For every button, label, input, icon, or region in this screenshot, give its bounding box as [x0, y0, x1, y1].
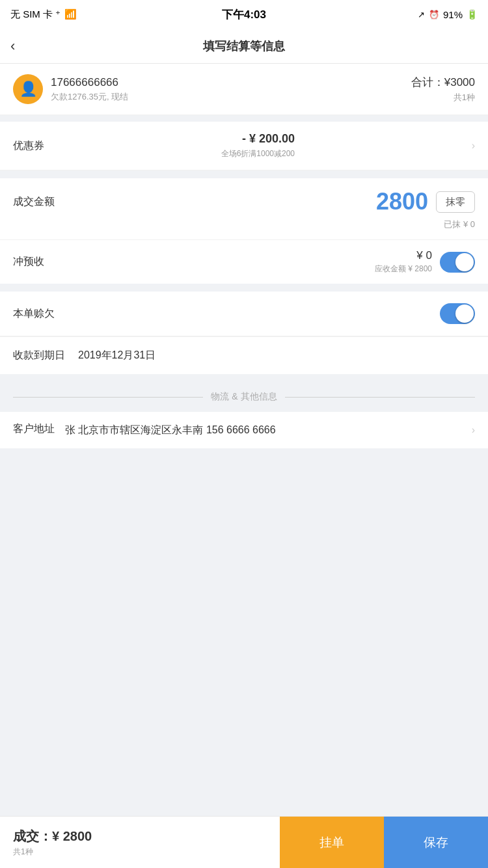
address-row[interactable]: 客户地址 张 北京市市辖区海淀区永丰南 156 6666 6666 ›	[0, 412, 488, 448]
customer-phone: 17666666666	[51, 76, 128, 89]
debt-toggle[interactable]	[440, 303, 475, 324]
coupon-chevron-icon: ›	[472, 140, 475, 152]
debt-toggle-knob	[455, 305, 474, 323]
battery-label: 91%	[443, 9, 463, 20]
prepaid-label: 冲预收	[13, 255, 44, 269]
bottom-count: 共1种	[13, 847, 267, 858]
status-right: ↗ ⏰ 91% 🔋	[418, 9, 478, 20]
status-left: 无 SIM 卡 ⁺ 📶	[10, 8, 77, 21]
bottom-deal-label: 成交：	[13, 829, 52, 843]
wifi-icon: 📶	[64, 8, 77, 20]
bottom-gray-space	[0, 448, 488, 526]
prepaid-amount: ¥ 0	[375, 249, 432, 262]
prepaid-toggle-knob	[455, 253, 474, 271]
deal-section: 成交金额 2800 抹零 已抹 ¥ 0 冲预收 ¥ 0 应收金额 ¥ 2800	[0, 178, 488, 284]
separator-3	[0, 374, 488, 382]
deal-amount-right: 2800 抹零	[376, 190, 475, 213]
customer-card: 👤 17666666666 欠款1276.35元, 现结 合计：¥3000 共1…	[0, 64, 488, 115]
logistics-line-left	[13, 397, 203, 398]
avatar: 👤	[13, 74, 43, 104]
time-display: 下午4:03	[222, 7, 266, 22]
date-row: 收款到期日 2019年12月31日	[0, 336, 488, 374]
logistics-line-right	[285, 397, 475, 398]
separator-2	[0, 284, 488, 292]
prepaid-row: 冲预收 ¥ 0 应收金额 ¥ 2800	[0, 239, 488, 284]
main-content: 👤 17666666666 欠款1276.35元, 现结 合计：¥3000 共1…	[0, 64, 488, 578]
address-chevron-icon: ›	[472, 424, 475, 436]
coupon-row[interactable]: 优惠券 - ¥ 200.00 全场6折满1000减200 ›	[0, 122, 488, 170]
battery-icon: 🔋	[467, 9, 478, 20]
total-amount: 合计：¥3000	[411, 75, 475, 90]
customer-right: 合计：¥3000 共1种	[411, 75, 475, 103]
bottom-total: 成交：¥ 2800	[13, 828, 267, 845]
deal-amount-row: 成交金额 2800 抹零	[0, 178, 488, 219]
address-label: 客户地址	[13, 422, 59, 436]
deal-label: 成交金额	[13, 195, 55, 209]
deal-sub: 已抹 ¥ 0	[0, 219, 488, 239]
address-value: 张 北京市市辖区海淀区永丰南 156 6666 6666	[65, 422, 465, 438]
coupon-label: 优惠券	[13, 139, 44, 153]
prepaid-toggle[interactable]	[440, 252, 475, 273]
separator-1	[0, 170, 488, 178]
hold-button[interactable]: 挂单	[280, 817, 384, 868]
alarm-icon: ⏰	[429, 10, 439, 20]
back-button[interactable]: ‹	[10, 38, 15, 55]
location-icon: ↗	[418, 10, 425, 20]
date-label: 收款到期日	[13, 349, 65, 362]
debt-row: 本单赊欠	[0, 292, 488, 336]
customer-left: 👤 17666666666 欠款1276.35元, 现结	[13, 74, 128, 104]
prepaid-amount-block: ¥ 0 应收金额 ¥ 2800	[375, 249, 432, 275]
page-title: 填写结算等信息	[203, 38, 285, 54]
prepaid-sub: 应收金额 ¥ 2800	[375, 264, 432, 275]
deal-value: 2800	[376, 190, 428, 213]
customer-debt: 欠款1276.35元, 现结	[51, 91, 128, 103]
no-sim-label: 无 SIM 卡 ⁺	[10, 8, 61, 21]
logistics-divider: 物流 & 其他信息	[0, 382, 488, 412]
prepaid-right: ¥ 0 应收金额 ¥ 2800	[375, 249, 475, 275]
round-button[interactable]: 抹零	[436, 191, 475, 213]
debt-label: 本单赊欠	[13, 307, 55, 321]
bottom-deal-amount: ¥ 2800	[52, 829, 92, 843]
total-count: 共1种	[411, 92, 475, 103]
coupon-desc: 全场6折满1000减200	[221, 148, 295, 159]
customer-info: 17666666666 欠款1276.35元, 现结	[51, 76, 128, 103]
coupon-discount: - ¥ 200.00	[242, 132, 295, 146]
status-bar: 无 SIM 卡 ⁺ 📶 下午4:03 ↗ ⏰ 91% 🔋	[0, 0, 488, 29]
page-header: ‹ 填写结算等信息	[0, 29, 488, 64]
bottom-info: 成交：¥ 2800 共1种	[0, 817, 280, 868]
date-value: 2019年12月31日	[78, 349, 156, 362]
save-button[interactable]: 保存	[384, 817, 488, 868]
logistics-text: 物流 & 其他信息	[203, 391, 284, 403]
bottom-bar: 成交：¥ 2800 共1种 挂单 保存	[0, 816, 488, 868]
